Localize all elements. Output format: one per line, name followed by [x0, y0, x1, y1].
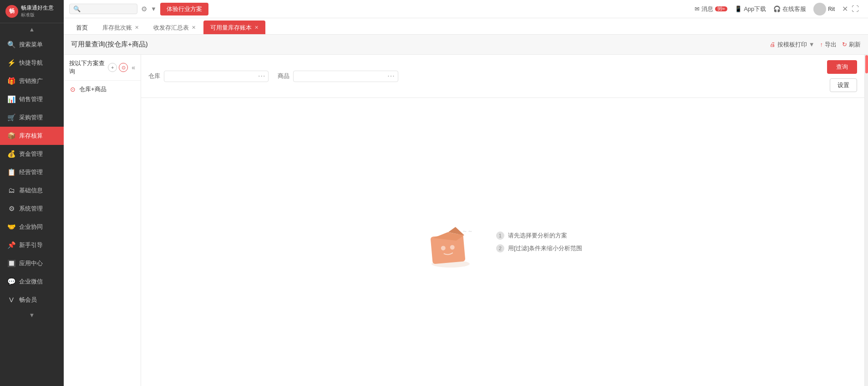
right-scrollbar-handle[interactable] — [865, 55, 868, 73]
tab-batch-close[interactable]: ✕ — [135, 25, 139, 31]
page-header-actions: 🖨 按模板打印 ▼ ↑ 导出 ↻ 刷新 — [770, 41, 861, 49]
newguide-icon: 📌 — [7, 241, 15, 249]
tab-summary-label: 收发存汇总表 — [153, 24, 189, 32]
sidebar-label-inventory: 库存核算 — [19, 132, 43, 140]
scheme-settings-button[interactable]: ⊙ — [119, 63, 128, 72]
filter-panel-title: 按以下方案查询 — [69, 59, 105, 76]
sidebar-item-inventory[interactable]: 📦 库存核算 — [0, 127, 64, 145]
online-service-button[interactable]: 🎧 在线客服 — [773, 5, 806, 13]
sidebar-scroll-up[interactable]: ▲ — [0, 23, 64, 36]
tab-summary-close[interactable]: ✕ — [192, 25, 196, 31]
trial-button[interactable]: 体验行业方案 — [160, 3, 208, 15]
app-download-button[interactable]: 📱 App下载 — [735, 5, 766, 13]
settings-button[interactable]: 设置 — [830, 78, 857, 92]
print-button[interactable]: 🖨 按模板打印 ▼ — [770, 41, 815, 49]
user-profile[interactable]: Rit — [813, 3, 835, 15]
page-title: 可用量查询(按仓库+商品) — [71, 40, 148, 49]
message-button[interactable]: ✉ 消息 99+ — [695, 5, 727, 13]
product-input[interactable] — [294, 71, 385, 82]
operations-icon: 📋 — [7, 168, 15, 176]
right-scrollbar[interactable] — [864, 55, 868, 386]
warehouse-more-icon[interactable]: ··· — [255, 72, 268, 80]
sidebar-item-cooperation[interactable]: 🤝 企业协同 — [0, 218, 64, 236]
collapse-panel-icon[interactable]: « — [132, 64, 135, 71]
tab-batch[interactable]: 库存批次账 ✕ — [96, 21, 146, 34]
scheme-icon: ⊙ — [70, 86, 76, 93]
sidebar-label-marketing: 营销推广 — [19, 77, 43, 85]
product-more-icon[interactable]: ··· — [385, 72, 397, 80]
warehouse-input[interactable] — [164, 71, 255, 82]
sidebar-label-finance: 资金管理 — [19, 150, 43, 158]
shortcuts-icon: ⚡ — [7, 59, 15, 67]
print-dropdown-icon[interactable]: ▼ — [809, 41, 815, 48]
sidebar-item-newguide[interactable]: 📌 新手引导 — [0, 236, 64, 254]
sidebar-item-marketing[interactable]: 🎁 营销推广 — [0, 72, 64, 90]
sidebar-item-member[interactable]: V 畅会员 — [0, 291, 64, 309]
system-icon: ⚙ — [7, 205, 15, 213]
tab-summary[interactable]: 收发存汇总表 ✕ — [147, 21, 203, 34]
service-icon: 🎧 — [773, 5, 781, 12]
tip-num-2: 2 — [496, 244, 504, 252]
app-download-label: App下载 — [744, 5, 766, 13]
product-input-group: ··· — [293, 71, 398, 82]
sidebar-item-finance[interactable]: 💰 资金管理 — [0, 145, 64, 163]
sidebar-item-shortcuts[interactable]: ⚡ 快捷导航 — [0, 54, 64, 72]
avatar — [813, 3, 826, 15]
refresh-button[interactable]: ↻ 刷新 — [842, 41, 861, 49]
sidebar-label-sales: 销售管理 — [19, 95, 43, 103]
warehouse-condition: 仓库 ··· — [148, 71, 269, 82]
sidebar-label-basic: 基础信息 — [19, 186, 43, 195]
maximize-window-icon[interactable]: ⛶ — [852, 5, 859, 13]
dropdown-arrow[interactable]: ▼ — [151, 5, 157, 12]
sales-icon: 📊 — [7, 95, 15, 103]
sidebar-item-operations[interactable]: 📋 经营管理 — [0, 163, 64, 181]
sidebar-item-sales[interactable]: 📊 销售管理 — [0, 90, 64, 108]
member-icon: V — [7, 296, 15, 304]
gear-icon[interactable]: ⚙ — [141, 5, 147, 13]
sidebar-header: 畅 畅康通好生意 标准版 — [0, 0, 64, 23]
filter-scheme-item[interactable]: ⊙ 仓库+商品 — [64, 81, 141, 98]
sidebar-item-wechat[interactable]: 💬 企业微信 — [0, 273, 64, 291]
sidebar-item-appcenter[interactable]: 🔲 应用中心 — [0, 254, 64, 273]
empty-state: ～～ 1 请先选择要分析的方案 2 用[过滤]条件来缩小分析范围 — [141, 98, 864, 386]
message-badge: 99+ — [715, 6, 727, 11]
empty-tips: 1 请先选择要分析的方案 2 用[过滤]条件来缩小分析范围 — [496, 232, 582, 252]
appcenter-icon: 🔲 — [7, 259, 15, 268]
query-button[interactable]: 查询 — [827, 60, 857, 74]
tip-text-1: 请先选择要分析的方案 — [508, 232, 567, 240]
topbar-search-box[interactable]: 🔍 — [69, 4, 137, 14]
filter-scheme-label: 仓库+商品 — [79, 85, 107, 93]
tab-available[interactable]: 可用量库存账本 ✕ — [203, 21, 265, 34]
sidebar-item-system[interactable]: ⚙ 系统管理 — [0, 200, 64, 218]
condition-actions: 查询 设置 — [827, 60, 857, 92]
main-content: 🔍 ⚙ ▼ 体验行业方案 ✉ 消息 99+ 📱 App下载 🎧 在线客服 Rit — [64, 0, 868, 386]
logo-name: 畅康通好生意 — [21, 5, 54, 12]
sidebar-item-basic[interactable]: 🗂 基础信息 — [0, 181, 64, 200]
product-condition: 商品 ··· — [278, 71, 398, 82]
sidebar-label-newguide: 新手引导 — [19, 241, 43, 249]
page-header: 可用量查询(按仓库+商品) 🖨 按模板打印 ▼ ↑ 导出 ↻ 刷新 — [64, 35, 868, 55]
topbar-right: ✉ 消息 99+ 📱 App下载 🎧 在线客服 Rit — [695, 3, 835, 15]
query-conditions: 仓库 ··· 商品 ··· 查询 设置 — [141, 55, 864, 98]
basic-icon: 🗂 — [7, 186, 15, 194]
search-input[interactable] — [82, 6, 128, 12]
empty-tip-2: 2 用[过滤]条件来缩小分析范围 — [496, 244, 582, 252]
export-button[interactable]: ↑ 导出 — [820, 41, 837, 49]
phone-icon: 📱 — [735, 5, 742, 12]
sidebar-item-search[interactable]: 🔍 搜索菜单 — [0, 36, 64, 54]
sidebar-logo: 畅 畅康通好生意 标准版 — [5, 5, 58, 18]
sidebar-scroll-down[interactable]: ▼ — [0, 309, 64, 321]
online-service-label: 在线客服 — [782, 5, 806, 13]
sidebar-label-shortcuts: 快捷导航 — [19, 59, 43, 67]
sidebar-label-purchase: 采购管理 — [19, 113, 43, 122]
warehouse-input-group: ··· — [164, 71, 269, 82]
finance-icon: 💰 — [7, 150, 15, 158]
close-window-icon[interactable]: ✕ — [842, 5, 848, 13]
cooperation-icon: 🤝 — [7, 223, 15, 231]
tab-home[interactable]: 首页 — [69, 21, 95, 34]
add-scheme-button[interactable]: + — [108, 63, 117, 72]
query-area: 仓库 ··· 商品 ··· 查询 设置 — [141, 55, 864, 386]
refresh-icon: ↻ — [842, 41, 847, 48]
tab-available-close[interactable]: ✕ — [254, 25, 259, 31]
sidebar-item-purchase[interactable]: 🛒 采购管理 — [0, 108, 64, 127]
